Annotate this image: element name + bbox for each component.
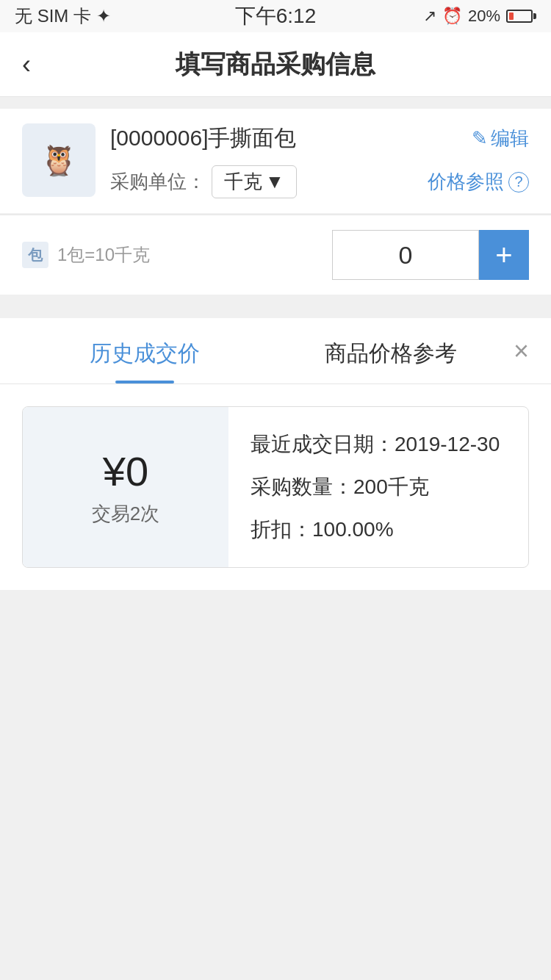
unit-conversion-text: 1包=10千克 <box>57 243 150 267</box>
recent-date-label: 最近成交日期： <box>251 433 395 455</box>
back-button[interactable]: ‹ <box>22 49 31 80</box>
alarm-icon: ⏰ <box>442 7 462 26</box>
nav-bar: ‹ 填写商品采购信息 <box>0 32 551 97</box>
unit-icon-text: 包 <box>28 245 43 265</box>
unit-label-text: 采购单位： <box>110 169 206 195</box>
battery-percent: 20% <box>468 7 500 26</box>
status-bar: 无 SIM 卡 ✦ 下午6:12 ↗ ⏰ 20% <box>0 0 551 32</box>
price-card: ¥0 交易2次 最近成交日期：2019-12-30 采购数量：200千克 折扣：… <box>22 406 529 568</box>
quantity-detail-label: 采购数量： <box>251 475 353 498</box>
status-left: 无 SIM 卡 ✦ <box>15 4 111 28</box>
panel-close-button[interactable]: × <box>514 321 529 381</box>
unit-select[interactable]: 千克 ▼ <box>212 165 297 198</box>
currency-symbol: ¥ <box>103 448 126 494</box>
tab-product-label: 商品价格参考 <box>325 341 457 365</box>
price-card-area: ¥0 交易2次 最近成交日期：2019-12-30 采购数量：200千克 折扣：… <box>0 384 551 590</box>
product-name: [0000006]手撕面包 <box>110 123 296 154</box>
bottom-panel: 历史成交价 商品价格参考 × ¥0 交易2次 最近成交日期：2019-12-30… <box>0 318 551 590</box>
status-right: ↗ ⏰ 20% <box>423 7 536 26</box>
discount-label: 折扣： <box>251 518 312 541</box>
signal-text: 无 SIM 卡 ✦ <box>15 4 111 28</box>
discount-row: 折扣：100.00% <box>251 514 506 545</box>
quantity-left: 包 1包=10千克 <box>22 242 150 268</box>
quantity-right: 0 + <box>332 230 529 280</box>
price-right-panel: 最近成交日期：2019-12-30 采购数量：200千克 折扣：100.00% <box>228 407 528 567</box>
price-ref-info-icon: ? <box>508 172 529 192</box>
trade-count: 交易2次 <box>92 501 159 527</box>
location-icon: ↗ <box>423 7 436 26</box>
unit-dropdown-arrow: ▼ <box>265 170 284 193</box>
product-info: [0000006]手撕面包 ✎ 编辑 采购单位： 千克 ▼ 价格参照 ? <box>110 123 529 198</box>
price-left-panel: ¥0 交易2次 <box>23 407 228 567</box>
tab-history-label: 历史成交价 <box>90 341 200 365</box>
quantity-section: 包 1包=10千克 0 + <box>0 215 551 295</box>
price-amount: ¥0 <box>103 447 148 495</box>
status-time: 下午6:12 <box>235 2 317 30</box>
product-section: 🦉 [0000006]手撕面包 ✎ 编辑 采购单位： 千克 ▼ <box>0 109 551 213</box>
unit-value: 千克 <box>224 169 262 195</box>
product-image-icon: 🦉 <box>40 143 77 178</box>
edit-button[interactable]: ✎ 编辑 <box>472 126 529 151</box>
quantity-input[interactable]: 0 <box>332 230 479 280</box>
quantity-plus-button[interactable]: + <box>479 230 529 280</box>
price-value: 0 <box>126 448 148 494</box>
quantity-detail-value: 200千克 <box>353 475 429 498</box>
edit-icon: ✎ <box>472 127 488 150</box>
edit-label: 编辑 <box>491 126 529 151</box>
discount-value: 100.00% <box>312 518 394 541</box>
unit-box-icon: 包 <box>22 242 48 268</box>
panel-tabs: 历史成交价 商品价格参考 × <box>0 318 551 384</box>
price-ref-label: 价格参照 <box>428 169 504 195</box>
tab-product-price-ref[interactable]: 商品价格参考 <box>267 318 513 383</box>
recent-date-value: 2019-12-30 <box>395 433 500 455</box>
tab-history-price[interactable]: 历史成交价 <box>22 318 267 383</box>
section-divider <box>0 295 551 306</box>
quantity-value: 0 <box>399 241 413 270</box>
unit-label: 采购单位： 千克 ▼ <box>110 165 297 198</box>
quantity-row-detail: 采购数量：200千克 <box>251 472 506 502</box>
product-thumbnail: 🦉 <box>22 123 96 197</box>
recent-date-row: 最近成交日期：2019-12-30 <box>251 429 506 460</box>
page-title: 填写商品采购信息 <box>176 48 375 82</box>
battery-icon <box>506 10 536 23</box>
price-ref-button[interactable]: 价格参照 ? <box>428 169 529 195</box>
